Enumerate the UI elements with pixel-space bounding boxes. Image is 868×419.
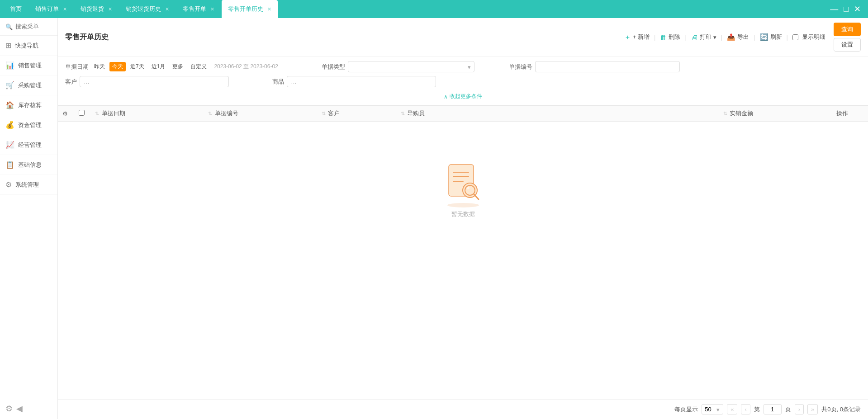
sidebar-icon-system: ⚙ [5, 180, 12, 189]
tab-sales-order[interactable]: 销售订单✕ [29, 0, 73, 18]
page-number-input[interactable] [764, 404, 782, 414]
add-icon: ＋ [624, 33, 631, 42]
sidebar-label-quick-nav: 快捷导航 [15, 42, 38, 50]
display-detail-checkbox[interactable] [792, 34, 798, 40]
settings-button[interactable]: 设置 [834, 38, 861, 52]
tab-close-retail-open[interactable]: ✕ [210, 6, 214, 12]
page-size-select[interactable]: 50 20 100 200 [702, 404, 723, 414]
th-ops: 操作 [832, 106, 868, 122]
delete-button[interactable]: 🗑 删除 [660, 33, 680, 41]
last-page-button[interactable]: » [807, 404, 818, 414]
date-btn-today[interactable]: 今天 [109, 62, 126, 71]
date-btn-custom[interactable]: 自定义 [188, 62, 209, 71]
export-button[interactable]: 📤 导出 [727, 33, 749, 41]
page-di-label: 第 [754, 405, 760, 414]
tab-label-sales-return-history: 销货退货历史 [126, 5, 161, 13]
tab-retail-open[interactable]: 零售开单✕ [176, 0, 221, 18]
filter-row-2: 客户 商品 [65, 76, 861, 87]
page-header: 零售开单历史 ＋ + 新增 | 🗑 删除 | 🖨 打印 ▾ | [58, 18, 868, 56]
sidebar-item-operations[interactable]: 📈经营管理 [0, 135, 57, 155]
sidebar-icon-operations: 📈 [5, 141, 14, 149]
maximize-icon[interactable]: □ [844, 5, 849, 14]
customer-input[interactable] [80, 76, 229, 87]
date-btn-yesterday[interactable]: 昨天 [91, 62, 108, 71]
print-dropdown-icon: ▾ [713, 34, 716, 41]
tab-label-sales-order: 销售订单 [35, 5, 59, 13]
sidebar-label-operations: 经营管理 [18, 141, 42, 149]
date-btn-more[interactable]: 更多 [170, 62, 186, 71]
date-filter: 单据日期 昨天今天近7天近1月更多自定义 2023-06-02 至 2023-0… [65, 62, 278, 71]
print-button[interactable]: 🖨 打印 ▾ [691, 33, 716, 41]
tab-label-retail-open-history: 零售开单历史 [228, 5, 263, 13]
page-size-wrapper: 50 20 100 200 [702, 404, 723, 414]
date-btn-last7[interactable]: 近7天 [128, 62, 147, 71]
sidebar-item-inventory[interactable]: 🏠库存核算 [0, 95, 57, 115]
first-page-button[interactable]: « [727, 404, 737, 414]
prev-page-button[interactable]: ‹ [741, 404, 750, 414]
doc-num-filter: 单据编号 [509, 61, 680, 72]
search-menu-item[interactable]: 🔍 搜索采单 [0, 18, 57, 36]
tab-label-sales-return: 销货退货 [81, 5, 104, 13]
total-summary: 共0页, 0条记录 [821, 405, 861, 414]
pagination: 每页显示 50 20 100 200 « ‹ 第 页 › » 共0页, 0条记录 [58, 399, 868, 419]
sort-date-icon: ⇅ [95, 111, 99, 116]
sidebar-item-finance[interactable]: 💰资金管理 [0, 115, 57, 135]
sidebar-icon-inventory: 🏠 [5, 101, 14, 109]
per-page-label: 每页显示 [674, 405, 698, 414]
customer-filter: 客户 [65, 76, 229, 87]
sidebar-label-sales: 销售管理 [18, 61, 42, 70]
sidebar-label-finance: 资金管理 [18, 121, 42, 129]
sidebar-item-sales[interactable]: 📊销售管理 [0, 56, 57, 75]
sidebar-item-basic-info[interactable]: 📋基础信息 [0, 155, 57, 175]
delete-icon: 🗑 [660, 33, 667, 41]
settings-icon[interactable]: ⚙ [5, 404, 13, 414]
display-detail-button[interactable]: 显示明细 [792, 33, 825, 41]
close-icon[interactable]: ✕ [854, 4, 861, 14]
minimize-icon[interactable]: — [830, 5, 838, 14]
tab-close-retail-open-history[interactable]: ✕ [267, 6, 271, 12]
sidebar-item-purchase[interactable]: 🛒采购管理 [0, 75, 57, 95]
tab-sales-return-history[interactable]: 销货退货历史✕ [119, 0, 175, 18]
th-checkbox [74, 106, 90, 122]
tab-label-retail-open: 零售开单 [183, 5, 206, 13]
collapse-sidebar-icon[interactable]: ◀ [16, 404, 23, 414]
query-button[interactable]: 查询 [834, 23, 861, 36]
customer-label: 客户 [65, 78, 77, 86]
sidebar: 🔍 搜索采单 ⊞快捷导航📊销售管理🛒采购管理🏠库存核算💰资金管理📈经营管理📋基础… [0, 18, 58, 419]
empty-label: 暂无数据 [451, 210, 475, 218]
doc-type-select[interactable] [348, 61, 474, 72]
column-settings-icon[interactable]: ⚙ [62, 110, 68, 117]
tab-home[interactable]: 首页 [4, 0, 28, 18]
sidebar-icon-purchase: 🛒 [5, 81, 14, 89]
date-btn-last_month[interactable]: 近1月 [149, 62, 168, 71]
doc-type-filter: 单据类型 [322, 61, 474, 72]
refresh-icon: 🔄 [760, 33, 768, 41]
tab-close-sales-order[interactable]: ✕ [63, 6, 67, 12]
tab-close-sales-return[interactable]: ✕ [108, 6, 112, 12]
top-tabbar: 首页销售订单✕销货退货✕销货退货历史✕零售开单✕零售开单历史✕ — □ ✕ [0, 0, 868, 18]
add-button[interactable]: ＋ + 新增 [624, 33, 650, 42]
svg-point-9 [467, 187, 470, 189]
sidebar-item-quick-nav[interactable]: ⊞快捷导航 [0, 36, 57, 56]
refresh-button[interactable]: 🔄 刷新 [760, 33, 782, 41]
window-controls: — □ ✕ [830, 4, 864, 14]
sidebar-icon-sales: 📊 [5, 61, 14, 70]
doc-num-input[interactable] [535, 61, 680, 72]
th-amount [493, 106, 719, 122]
th-guide: ⇅ 导购员 [396, 106, 493, 122]
sidebar-label-basic-info: 基础信息 [18, 161, 42, 169]
collapse-filter-btn[interactable]: ∧ 收起更多条件 [65, 91, 861, 102]
table-header: ⚙ ⇅ 单据日期 ⇅ 单据编号 [58, 106, 868, 122]
sidebar-item-system[interactable]: ⚙系统管理 [0, 175, 57, 195]
date-label: 单据日期 [65, 63, 89, 71]
next-page-button[interactable]: › [795, 404, 804, 414]
select-all-checkbox[interactable] [79, 110, 85, 116]
collapse-icon: ∧ [444, 94, 448, 100]
data-table: ⚙ ⇅ 单据日期 ⇅ 单据编号 [58, 105, 868, 122]
goods-input[interactable] [287, 76, 436, 87]
content-area: 零售开单历史 ＋ + 新增 | 🗑 删除 | 🖨 打印 ▾ | [58, 18, 868, 419]
tab-retail-open-history[interactable]: 零售开单历史✕ [222, 0, 278, 18]
sort-amount-icon: ⇅ [723, 111, 727, 116]
tab-sales-return[interactable]: 销货退货✕ [74, 0, 119, 18]
tab-close-sales-return-history[interactable]: ✕ [165, 6, 169, 12]
